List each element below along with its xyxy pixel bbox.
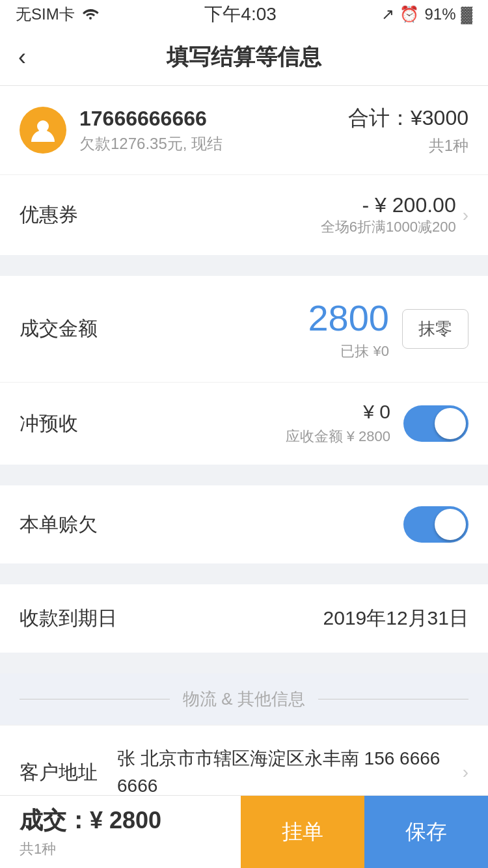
deal-amount-row: 成交金额 2800 已抹 ¥0 抹零	[0, 276, 488, 383]
customer-card: 17666666666 欠款1276.35元, 现结 合计：¥3000 共1种 …	[0, 86, 488, 255]
bottom-count: 共1种	[20, 839, 221, 859]
bottom-summary: 成交：¥ 2800 共1种	[0, 805, 241, 859]
avatar	[20, 107, 66, 154]
chong-amount: ¥ 0	[286, 401, 390, 423]
due-date-row: 收款到期日 2019年12月31日	[0, 584, 488, 653]
round-zero-button[interactable]: 抹零	[402, 309, 468, 349]
user-icon	[29, 116, 57, 144]
customer-row: 17666666666 欠款1276.35元, 现结 合计：¥3000 共1种	[0, 86, 488, 174]
hang-button[interactable]: 挂单	[241, 796, 364, 869]
nav-bar: ‹ 填写结算等信息	[0, 29, 488, 86]
toggle-knob	[435, 408, 466, 439]
divider-left	[20, 699, 170, 699]
due-date-value: 2019年12月31日	[323, 605, 468, 632]
customer-phone: 17666666666	[79, 107, 223, 131]
battery-icon: ▓	[461, 5, 473, 23]
save-button[interactable]: 保存	[364, 796, 488, 869]
deal-amount-wrap: 2800 已抹 ¥0	[308, 297, 389, 361]
bottom-deal-amount: ¥ 2800	[90, 807, 161, 834]
customer-sub: 欠款1276.35元, 现结	[79, 133, 223, 154]
chong-yushou-right: ¥ 0 应收金额 ¥ 2800	[286, 401, 468, 446]
no-sim-text: 无SIM卡	[16, 4, 75, 25]
address-label: 客户地址	[20, 759, 98, 786]
benshanji-toggle-knob	[435, 509, 466, 540]
benshanji-toggle[interactable]	[403, 506, 468, 543]
chong-yushou-label: 冲预收	[20, 411, 78, 437]
bottom-deal-text: 成交：¥ 2800	[20, 805, 221, 837]
logistics-section: 物流 & 其他信息	[0, 673, 488, 725]
coupon-chevron-icon: ›	[463, 205, 468, 226]
section-gap-4	[0, 663, 488, 673]
section-gap-1	[0, 265, 488, 276]
status-left: 无SIM卡	[16, 4, 100, 25]
total-amount: 合计：¥3000	[348, 104, 468, 133]
benshanji-row: 本单赊欠	[0, 485, 488, 563]
address-chevron-icon: ›	[463, 762, 468, 783]
coupon-right: - ¥ 200.00 全场6折满1000减200 ›	[321, 193, 468, 237]
alarm-icon: ⏰	[400, 5, 419, 23]
benshanji-card: 本单赊欠	[0, 485, 488, 563]
due-date-label: 收款到期日	[20, 605, 117, 632]
coupon-discount: - ¥ 200.00	[321, 193, 456, 217]
bottom-deal-label: 成交：	[20, 807, 90, 834]
wifi-icon	[81, 5, 100, 23]
section-gap-3	[0, 574, 488, 584]
main-content: 17666666666 欠款1276.35元, 现结 合计：¥3000 共1种 …	[0, 86, 488, 868]
section-gap-2	[0, 475, 488, 485]
deal-amount-right: 2800 已抹 ¥0 抹零	[308, 297, 468, 361]
customer-right: 合计：¥3000 共1种	[348, 104, 468, 156]
coupon-row[interactable]: 优惠券 - ¥ 200.00 全场6折满1000减200 ›	[0, 174, 488, 255]
customer-info: 17666666666 欠款1276.35元, 现结	[79, 107, 223, 154]
coupon-right-wrap: - ¥ 200.00 全场6折满1000减200	[321, 193, 456, 237]
deal-amount-card: 成交金额 2800 已抹 ¥0 抹零 冲预收 ¥ 0 应收金额 ¥ 2800	[0, 276, 488, 465]
back-button[interactable]: ‹	[18, 44, 26, 71]
chong-sub: 应收金额 ¥ 2800	[286, 427, 390, 446]
bottom-bar: 成交：¥ 2800 共1种 挂单 保存	[0, 795, 488, 868]
logistics-header: 物流 & 其他信息	[0, 673, 488, 725]
battery-text: 91%	[424, 5, 455, 23]
divider-right	[318, 699, 468, 699]
status-time: 下午4:03	[204, 2, 277, 27]
coupon-sub: 全场6折满1000减200	[321, 217, 456, 237]
address-value: 张 北京市市辖区海淀区永丰南 156 6666 6666	[117, 745, 450, 800]
customer-left: 17666666666 欠款1276.35元, 现结	[20, 107, 223, 154]
coupon-label: 优惠券	[20, 202, 78, 228]
deal-amount-sub: 已抹 ¥0	[308, 342, 389, 361]
status-bar: 无SIM卡 下午4:03 ↗ ⏰ 91% ▓	[0, 0, 488, 29]
chong-amount-wrap: ¥ 0 应收金额 ¥ 2800	[286, 401, 390, 446]
chong-yushou-row: 冲预收 ¥ 0 应收金额 ¥ 2800	[0, 383, 488, 465]
location-icon: ↗	[381, 5, 394, 23]
benshanji-label: 本单赊欠	[20, 511, 98, 538]
due-date-card: 收款到期日 2019年12月31日	[0, 584, 488, 653]
total-count: 共1种	[348, 135, 468, 156]
page-title: 填写结算等信息	[167, 42, 321, 72]
chong-yushou-toggle[interactable]	[403, 405, 468, 442]
logistics-label: 物流 & 其他信息	[170, 688, 318, 711]
deal-amount-label: 成交金额	[20, 316, 98, 342]
status-right: ↗ ⏰ 91% ▓	[381, 5, 472, 23]
deal-amount-value: 2800	[308, 297, 389, 339]
